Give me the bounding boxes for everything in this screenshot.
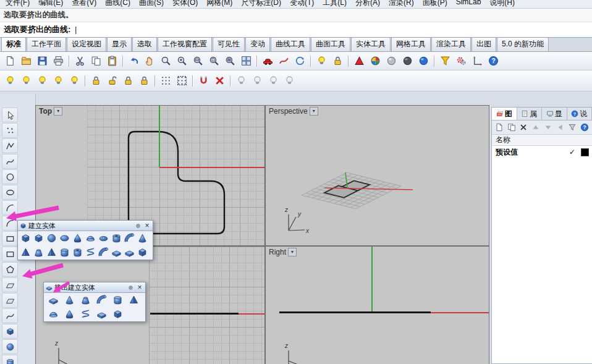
sphere-solid-icon[interactable] <box>2 339 18 354</box>
viewport-perspective[interactable]: z y x Perspective ▼ <box>265 105 489 246</box>
car-icon[interactable] <box>260 54 275 69</box>
arc-3pt-icon[interactable] <box>2 216 18 231</box>
ghost-light-b-icon[interactable] <box>250 74 264 88</box>
solid-box-icon[interactable] <box>19 232 32 245</box>
select-pointer-icon[interactable] <box>2 108 18 122</box>
gray-sphere-icon[interactable] <box>384 54 399 69</box>
menu-render[interactable]: 渲染(R) <box>384 0 418 9</box>
menu-help[interactable]: 说明(H) <box>485 0 519 9</box>
toolbar-close-icon[interactable]: × <box>136 284 143 291</box>
panel-tab-layers[interactable]: 图 <box>492 108 517 120</box>
menu-transform[interactable]: 变动(T) <box>285 0 318 9</box>
extrude-rail-icon[interactable] <box>61 308 77 321</box>
tab-display[interactable]: 显示 <box>107 38 132 51</box>
menu-view[interactable]: 查看(V) <box>67 0 101 9</box>
tab-new-features[interactable]: 5.0 的新功能 <box>497 38 549 51</box>
toolbar-title-bar[interactable]: 建立实体 × <box>18 221 153 231</box>
solid-ellipsoid-icon[interactable] <box>58 232 71 245</box>
filter-icon[interactable] <box>567 122 578 133</box>
lock-icon[interactable] <box>330 54 345 69</box>
solid-torus-icon[interactable] <box>97 232 110 245</box>
panel-tab-properties[interactable]: 属 <box>517 108 543 120</box>
funnel-icon[interactable] <box>438 54 452 69</box>
tab-viewport-layout[interactable]: 工作视窗配置 <box>158 38 212 51</box>
tab-surface-tools[interactable]: 曲面工具 <box>311 38 350 51</box>
solid-cylinder-icon[interactable] <box>58 246 71 259</box>
solid-pipe-icon[interactable] <box>123 232 136 245</box>
lights-pointer-icon[interactable] <box>51 74 66 88</box>
menu-solid[interactable]: 实体(O) <box>168 0 202 9</box>
menu-dimension[interactable]: 尺寸标注(D) <box>237 0 285 9</box>
circle-icon[interactable] <box>2 169 18 184</box>
extrude-wave-icon[interactable] <box>77 308 93 321</box>
zoom-in-icon[interactable] <box>174 54 189 69</box>
lights-single-icon[interactable] <box>19 74 33 88</box>
lock-swap-icon[interactable] <box>137 74 151 88</box>
cplane-icon[interactable] <box>470 54 484 69</box>
ghost-light-c-icon[interactable] <box>266 74 281 88</box>
solid-truncated-pyramid-icon[interactable] <box>45 246 58 259</box>
print-icon[interactable] <box>51 54 66 69</box>
new-layer-icon[interactable] <box>494 122 505 133</box>
move-up-icon[interactable] <box>530 122 541 133</box>
extrude-ribbon-icon[interactable] <box>45 308 61 321</box>
freeform-curve-icon[interactable] <box>2 154 18 169</box>
tab-transform[interactable]: 变动 <box>245 38 270 51</box>
extrude-along-curve-icon[interactable] <box>93 294 109 307</box>
lock-selected-icon[interactable] <box>121 74 135 88</box>
solid-slab-icon[interactable] <box>110 246 123 259</box>
tab-select[interactable]: 选取 <box>132 38 157 51</box>
dark-sphere-icon[interactable] <box>400 54 415 69</box>
extrude-tapered-icon[interactable] <box>77 294 93 307</box>
menu-surface[interactable]: 曲面(S) <box>135 0 168 9</box>
unlock-objects-icon[interactable] <box>104 74 119 88</box>
solid-truncated-cone-icon[interactable] <box>32 246 45 259</box>
extrude-cap-icon[interactable] <box>109 294 125 307</box>
duplicate-layer-icon[interactable] <box>506 122 517 133</box>
toolbar-options-gear-icon[interactable] <box>135 222 142 229</box>
solid-tube2-icon[interactable] <box>71 246 84 259</box>
tab-drafting[interactable]: 出图 <box>471 38 496 51</box>
toolbar-options-gear-icon[interactable] <box>127 284 134 291</box>
extrude-to-point-icon[interactable] <box>61 294 77 307</box>
back-icon[interactable] <box>555 122 566 133</box>
zoom-extents-all-icon[interactable] <box>222 54 237 69</box>
cut-icon[interactable] <box>72 54 87 69</box>
viewport-title[interactable]: Top ▼ <box>39 107 62 116</box>
toolbar-title-bar[interactable]: 挤出建立实体 × <box>44 282 145 293</box>
solid-box-3pt-icon[interactable] <box>32 232 45 245</box>
lock-objects-icon[interactable] <box>88 74 103 88</box>
panel-tab-help[interactable]: 说 <box>567 108 592 120</box>
loft-icon[interactable] <box>2 308 18 323</box>
cylinder-solid-icon[interactable] <box>2 355 18 364</box>
viewport-layout-icon[interactable] <box>239 54 253 69</box>
profile-curve-edge[interactable] <box>150 313 239 315</box>
tab-mesh-tools[interactable]: 网格工具 <box>391 38 431 51</box>
command-prompt-line[interactable]: 选取要挤出的曲线: | <box>0 22 592 38</box>
viewport-title[interactable]: Perspective ▼ <box>269 107 318 116</box>
box-solid-icon[interactable] <box>2 324 18 339</box>
copy-icon[interactable] <box>88 54 103 69</box>
polygon-icon[interactable] <box>2 262 18 277</box>
ghost-light-d-icon[interactable] <box>282 74 297 88</box>
current-layer-check-icon[interactable]: ✓ <box>564 148 581 156</box>
surface-icon[interactable] <box>2 293 18 308</box>
zoom-window-icon[interactable] <box>190 54 205 69</box>
rectangle-icon[interactable] <box>2 231 18 246</box>
menu-edit[interactable]: 编辑(E) <box>34 0 67 9</box>
gears-icon[interactable] <box>454 54 468 69</box>
tab-standard[interactable]: 标准 <box>1 38 26 51</box>
zoom-extents-icon[interactable] <box>206 54 221 69</box>
extrude-straight-icon[interactable] <box>45 294 61 307</box>
menu-mesh[interactable]: 网格(M) <box>202 0 237 9</box>
viewport-menu-arrow-icon[interactable]: ▼ <box>310 107 318 116</box>
toolbar-close-icon[interactable]: × <box>143 222 151 229</box>
solid-extrude-curve-icon[interactable] <box>123 246 136 259</box>
solid-extrude-surface-icon[interactable] <box>136 246 149 259</box>
arc-icon[interactable] <box>2 200 18 215</box>
ghost-light-a-icon[interactable] <box>234 74 248 88</box>
rounded-rectangle-icon[interactable] <box>2 247 18 261</box>
orbit-icon[interactable] <box>292 54 307 69</box>
extrude-pyramid-icon[interactable] <box>125 294 142 307</box>
move-down-icon[interactable] <box>543 122 554 133</box>
